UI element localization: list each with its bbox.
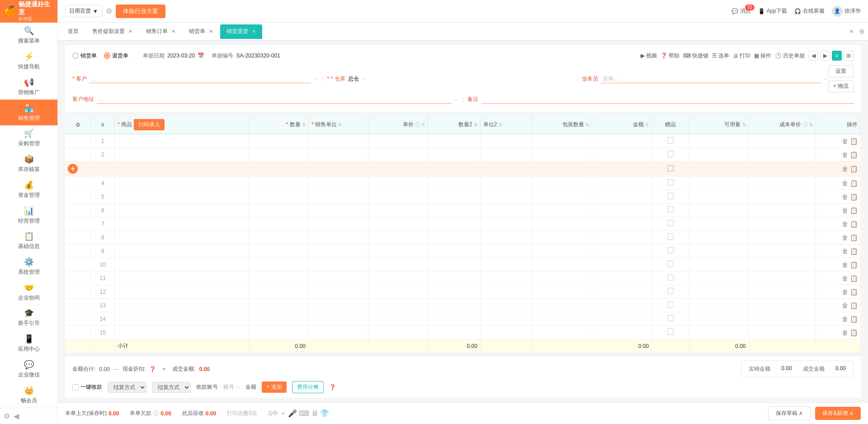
settings-side-btn[interactable]: 设置 bbox=[828, 65, 854, 77]
copy-row-1-icon[interactable]: 📋 bbox=[850, 138, 858, 145]
sidebar-item-system[interactable]: ⚙️ 系统管理 bbox=[0, 254, 57, 280]
delete-row-3-icon[interactable]: 🗑 bbox=[842, 165, 848, 172]
sidebar-item-basic[interactable]: 📋 基础信息 bbox=[0, 228, 57, 254]
copy-icon[interactable]: 📋 bbox=[850, 234, 858, 241]
copy-icon[interactable]: 📋 bbox=[850, 248, 858, 255]
grid-view-btn[interactable]: ⊞ bbox=[844, 51, 854, 61]
settings-bottom-icon[interactable]: ⚙ bbox=[4, 412, 10, 420]
row-pack-1[interactable] bbox=[533, 134, 592, 148]
copy-icon[interactable]: 📋 bbox=[850, 315, 858, 323]
payment-checkbox[interactable] bbox=[72, 384, 79, 391]
warehouse-dots[interactable]: ··· bbox=[362, 76, 366, 82]
delete-icon[interactable]: 🗑 bbox=[842, 220, 848, 228]
row-amount-3[interactable] bbox=[592, 162, 652, 176]
tab-close-all[interactable]: ✕ bbox=[849, 28, 854, 35]
row-price-3[interactable] bbox=[368, 162, 428, 176]
tab-sales-return[interactable]: 销货退货 ✕ bbox=[220, 24, 262, 39]
delete-icon[interactable]: 🗑 bbox=[842, 275, 848, 282]
salesperson-dots[interactable]: ··· bbox=[824, 76, 828, 82]
qty2-sort-icon[interactable]: ⇅ bbox=[474, 122, 477, 127]
sidebar-item-newbie[interactable]: 🎓 新手引导 bbox=[0, 305, 57, 331]
tab-price-setting[interactable]: 售价提取设置 ✕ bbox=[86, 24, 139, 39]
sidebar-item-operations[interactable]: 📊 经营管理 bbox=[0, 202, 57, 228]
help-btn[interactable]: ❓ 帮助 bbox=[660, 52, 679, 60]
row-cost-2[interactable] bbox=[749, 148, 816, 162]
sidebar-item-member[interactable]: 👑 畅会员 bbox=[0, 382, 57, 408]
row-cost-1[interactable] bbox=[749, 134, 816, 148]
address-dots[interactable]: ··· bbox=[454, 96, 458, 103]
notification-btn[interactable]: 💬 消息 70 bbox=[731, 7, 751, 15]
radio-return[interactable]: 退货单 bbox=[104, 52, 128, 60]
toolbar-icon-4[interactable]: ⌨ bbox=[299, 409, 309, 418]
sidebar-item-enterprise[interactable]: 🤝 企业协同 bbox=[0, 279, 57, 305]
tab-sales-order[interactable]: 销售订单 ✕ bbox=[140, 24, 182, 39]
row-unit-2[interactable] bbox=[308, 148, 368, 162]
copy-icon[interactable]: 📋 bbox=[850, 207, 858, 214]
cost-info-icon[interactable]: ⓘ bbox=[803, 122, 808, 127]
copy-row-2-icon[interactable]: 📋 bbox=[850, 151, 858, 158]
row-product-3[interactable] bbox=[115, 162, 249, 176]
toolbar-icon-3[interactable]: 🎤 bbox=[288, 409, 297, 418]
row-avail-2[interactable] bbox=[689, 148, 749, 162]
copy-row-3-icon[interactable]: 📋 bbox=[850, 165, 858, 172]
row-gift-3[interactable] bbox=[652, 162, 689, 176]
calendar-icon[interactable]: 📅 bbox=[198, 52, 204, 59]
pack-sort-icon[interactable]: ⇅ bbox=[585, 122, 589, 127]
tab-sales-close[interactable]: ✕ bbox=[209, 29, 213, 34]
sidebar-item-wechat[interactable]: 💬 企业微信 bbox=[0, 357, 57, 382]
row-unit2-3[interactable] bbox=[480, 162, 532, 176]
delete-icon[interactable]: 🗑 bbox=[842, 261, 848, 268]
delete-icon[interactable]: 🗑 bbox=[842, 207, 848, 214]
row-qty-3[interactable] bbox=[249, 162, 309, 176]
copy-icon[interactable]: 📋 bbox=[850, 193, 858, 200]
tab-grid-icon[interactable]: ⊞ bbox=[859, 28, 864, 35]
row-avail-1[interactable] bbox=[689, 134, 749, 148]
toolbar-icon-1[interactable]: S中 bbox=[268, 410, 278, 418]
price-info-icon[interactable]: ⓘ bbox=[415, 122, 420, 127]
remark-input[interactable] bbox=[481, 95, 854, 104]
logistics-side-btn[interactable]: + 物流 bbox=[828, 80, 854, 92]
online-service-btn[interactable]: 🎧 在线客服 bbox=[794, 7, 825, 15]
tab-sales-return-close[interactable]: ✕ bbox=[252, 29, 256, 34]
copy-icon[interactable]: 📋 bbox=[850, 329, 858, 336]
app-download-btn[interactable]: 📱 App下载 bbox=[758, 7, 787, 15]
row-unit2-1[interactable] bbox=[480, 134, 532, 148]
delete-icon[interactable]: 🗑 bbox=[842, 315, 848, 323]
row-price-2[interactable] bbox=[368, 148, 428, 162]
sidebar-item-finance[interactable]: 💰 资金管理 bbox=[0, 176, 57, 202]
unit-sort-icon[interactable]: ⇅ bbox=[338, 122, 342, 127]
scan-btn[interactable]: 扫码录入 bbox=[134, 119, 165, 130]
print-btn[interactable]: 🖨 打印 bbox=[733, 52, 750, 60]
avail-sort-icon[interactable]: ⇅ bbox=[742, 122, 746, 127]
fenbai-btn[interactable]: 费用分摊 bbox=[292, 381, 324, 393]
delete-icon[interactable]: 🗑 bbox=[842, 248, 848, 255]
row-gift-2[interactable] bbox=[652, 148, 689, 162]
salesperson-input[interactable] bbox=[601, 75, 821, 83]
sidebar-item-purchase[interactable]: 🛒 采购管理 bbox=[0, 125, 57, 151]
row-gift-1[interactable] bbox=[652, 134, 689, 148]
sidebar-item-shortcut[interactable]: ⚡ 快捷导航 bbox=[0, 48, 57, 74]
row-unit2-2[interactable] bbox=[480, 148, 532, 162]
prev-view-btn[interactable]: ◀ bbox=[808, 51, 818, 61]
next-view-btn[interactable]: ▶ bbox=[820, 51, 830, 61]
delete-icon[interactable]: 🗑 bbox=[842, 288, 848, 295]
fenbai-help-icon[interactable]: ❓ bbox=[329, 384, 336, 391]
row-qty-2[interactable] bbox=[249, 148, 309, 162]
customer-dots[interactable]: ··· bbox=[314, 76, 318, 82]
delete-icon[interactable]: 🗑 bbox=[842, 193, 848, 200]
product-input-3[interactable] bbox=[118, 166, 246, 172]
delete-icon[interactable]: 🗑 bbox=[842, 180, 848, 187]
list-view-btn[interactable]: ≡ bbox=[832, 51, 842, 61]
row-amount-1[interactable] bbox=[592, 134, 652, 148]
experience-button[interactable]: 体验行业方案 bbox=[116, 5, 165, 18]
delete-row-2-icon[interactable]: 🗑 bbox=[842, 151, 848, 158]
row-qty2-2[interactable] bbox=[428, 148, 480, 162]
qty-sort-icon[interactable]: ⇅ bbox=[302, 122, 306, 127]
copy-icon[interactable]: 📋 bbox=[850, 180, 858, 187]
row-pack-3[interactable] bbox=[533, 162, 592, 176]
price-sort-icon[interactable]: ⇅ bbox=[421, 122, 425, 127]
select-btn[interactable]: ☰ 选单 bbox=[712, 52, 729, 60]
toolbar-icon-5[interactable]: 🖥 bbox=[311, 410, 318, 418]
copy-icon[interactable]: 📋 bbox=[850, 275, 858, 282]
row-product-1[interactable] bbox=[115, 134, 249, 148]
